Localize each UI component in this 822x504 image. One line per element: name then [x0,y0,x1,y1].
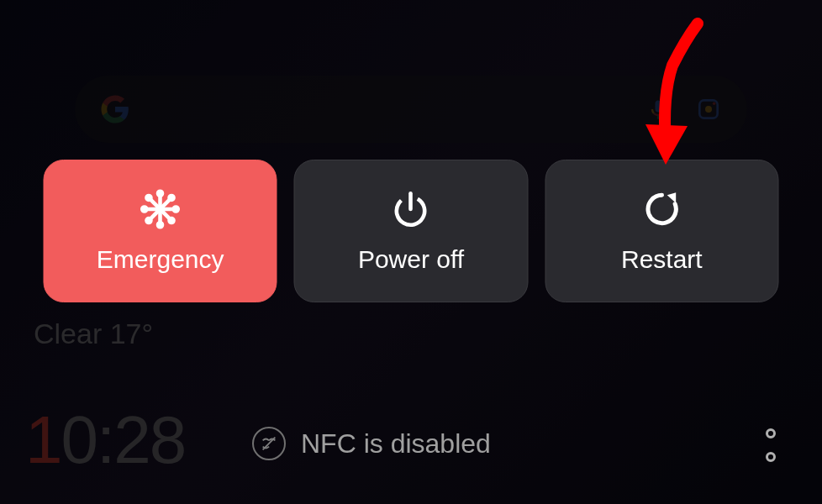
power-off-label: Power off [358,245,464,274]
svg-point-8 [158,223,162,227]
dot-icon [766,452,776,462]
restart-icon [640,188,682,230]
nfc-text: NFC is disabled [301,428,491,459]
emergency-icon [140,188,182,230]
dot-icon [766,428,776,438]
power-off-button[interactable]: Power off [294,160,528,302]
power-icon [390,188,432,230]
svg-point-14 [147,218,151,223]
svg-point-13 [170,196,174,200]
svg-point-12 [170,218,174,223]
svg-point-11 [147,196,151,200]
annotation-arrow-icon [622,15,714,175]
emergency-label: Emergency [97,245,224,274]
restart-button[interactable]: Restart [545,160,778,302]
svg-point-9 [142,207,146,212]
restart-label: Restart [621,245,703,274]
nfc-disabled-icon [252,427,286,460]
more-options-button[interactable] [766,428,776,462]
svg-point-7 [158,192,162,196]
emergency-button[interactable]: Emergency [44,160,277,302]
power-menu: Emergency Power off Restart [44,160,779,302]
svg-point-10 [174,207,178,212]
nfc-notification[interactable]: NFC is disabled [252,427,491,460]
